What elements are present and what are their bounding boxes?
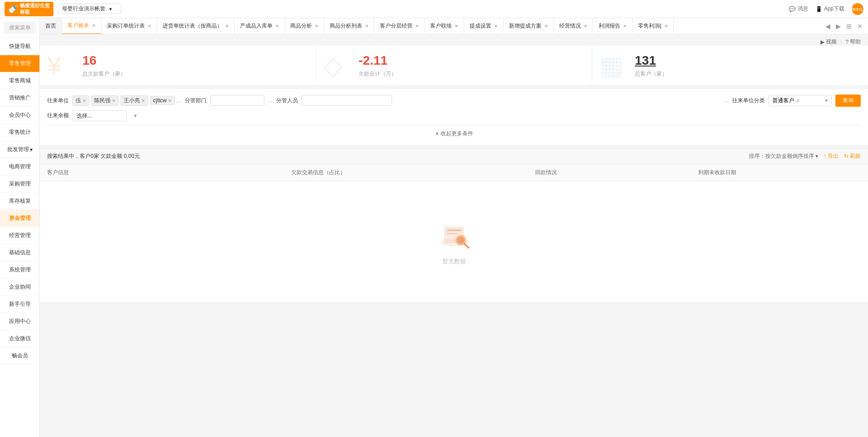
tab-goods-inbound[interactable]: 进货单统计表（按商品） ✕ [157,18,235,34]
wholesale-label: 批发管理 [7,146,29,153]
dept-more[interactable]: ... [268,97,273,104]
tab-purchase-order[interactable]: 采购订单统计表 ✕ [101,18,157,34]
page-actions: ▶ 视频 | ? 帮助 [40,34,868,46]
tab-goods-label: 进货单统计表（按商品） [163,22,222,30]
search-menu-btn[interactable]: 搜索菜单 [4,22,36,34]
tab-goods-analysis-list[interactable]: 商品分析列表 ✕ [324,18,374,34]
person-more[interactable]: ... [724,97,729,104]
tab-close-purchase[interactable]: ✕ [148,24,151,28]
tab-home[interactable]: 首页 [40,18,62,34]
sidebar-item-newbie[interactable]: 新手引导 [0,296,39,313]
tab-next-btn[interactable]: ▶ [834,22,843,31]
demo-label: 母婴行业演示帐套 [62,5,106,13]
tag-close-wang[interactable]: ✕ [141,98,145,103]
sidebar-item-basic-info[interactable]: 基础信息 [0,244,39,261]
tab-promotion-settings[interactable]: 提成设置 ✕ [464,18,504,34]
person-select[interactable] [302,95,392,106]
tab-close-ops[interactable]: ✕ [584,24,587,28]
sidebar-item-wholesale[interactable]: 批发管理 ▾ [0,141,39,158]
unit-class-select[interactable]: 普通客户 ✕ ▾ [768,95,832,106]
app-logo: 🍼 畅捷通好生意 标版 [5,2,53,16]
filter-tag-chen: 陈民强 ✕ [91,95,119,106]
data-table: 客户信息 欠款交易信息（占比） 回款情况 到期未收款日期 [40,164,868,302]
sidebar-item-retail-stats[interactable]: 零售统计 [0,124,39,141]
svg-rect-3 [447,233,458,234]
refresh-icon: ↻ [844,153,849,159]
tab-close-contact[interactable]: ✕ [455,24,458,28]
tab-customer-book-label: 客户账本 [67,22,89,29]
tab-close-all-btn[interactable]: ✕ [855,22,864,31]
tab-new-promotion[interactable]: 新增提成方案 ✕ [504,18,554,34]
tab-ops-label: 经营情况 [559,22,581,30]
tab-profit-report[interactable]: 利润报告 ✕ [593,18,633,34]
app-download-btn[interactable]: 📱 App下载 [815,5,844,13]
sort-icon: ▾ [815,153,818,159]
tab-close-profit[interactable]: ✕ [623,24,627,28]
video-btn[interactable]: ▶ 视频 [820,38,837,46]
tab-retail-profit[interactable]: 零售利润( ✕ [633,18,674,34]
tab-goods-analysis-label: 商品分析 [290,22,312,30]
sidebar-item-enterprise-coop[interactable]: 企业协同 [0,279,39,296]
tab-tier-label: 客户分层经营 [380,22,412,30]
tag-close-cjttcw[interactable]: ✕ [168,98,172,103]
main-layout: 搜索菜单 快捷导航 零售管理 零售商城 营销推广 会员中心 零售统计 批发管理 … [0,18,868,437]
tag-close-chen[interactable]: ✕ [112,98,115,103]
tab-close-analysis[interactable]: ✕ [315,24,318,28]
tab-customer-book[interactable]: 客户账本 ✕ [62,18,101,34]
sidebar-item-app-center[interactable]: 应用中心 [0,313,39,330]
results-actions: 排序：按欠款金额倒序排序 ▾ ↑ 导出 ↻ 刷新 [749,152,861,160]
filter-more-tags[interactable]: ... [177,97,181,104]
tab-bar-actions: ◀ ▶ ⊞ ✕ [820,22,868,31]
unit-class-label: 往来单位分类 [732,97,765,104]
page-content: ▶ 视频 | ? 帮助 ¥ 16 总欠款客户（家） ◇ -2.11 [40,34,868,437]
sidebar-item-system[interactable]: 系统管理 [0,261,39,279]
dept-select[interactable] [210,95,264,106]
tab-customer-contact[interactable]: 客户联络 ✕ [425,18,464,34]
sidebar-item-finance[interactable]: 资金管理 [0,210,39,227]
sidebar-item-quick-nav[interactable]: 快捷导航 [0,38,39,55]
col-customer-info: 客户信息 [47,169,291,176]
tab-close-tier[interactable]: ✕ [415,24,419,28]
tab-close-goods[interactable]: ✕ [225,24,229,28]
tab-customer-tier[interactable]: 客户分层经营 ✕ [374,18,425,34]
results-text: 搜索结果中，客户0家 欠款金额 0.00元 [47,152,140,160]
query-btn[interactable]: 查询 [835,95,861,107]
tab-close-retail[interactable]: ✕ [664,24,668,28]
tab-close-analysis-list[interactable]: ✕ [365,24,369,28]
sidebar-item-member-center[interactable]: 会员中心 [0,107,39,124]
sidebar-item-purchase[interactable]: 采购管理 [0,176,39,193]
tab-product-inbound[interactable]: 产成品入库单 ✕ [235,18,285,34]
sidebar-item-retail-store[interactable]: 零售商城 [0,72,39,90]
balance-label: 往来余额 [47,112,69,119]
col-overdue-info: 欠款交易信息（占比） [291,169,535,176]
sidebar-item-ecommerce[interactable]: 电商管理 [0,158,39,176]
tag-close-wu[interactable]: ✕ [82,98,86,103]
balance-select[interactable]: 选择... [72,110,127,121]
tab-operations[interactable]: 经营情况 ✕ [554,18,593,34]
tab-close-promo[interactable]: ✕ [494,24,498,28]
tab-expand-btn[interactable]: ⊞ [844,22,854,31]
tab-prev-btn[interactable]: ◀ [824,22,832,31]
help-btn[interactable]: ? 帮助 [845,38,861,46]
sidebar-item-retail-mgmt[interactable]: 零售管理 [0,55,39,72]
tab-close-customer-book[interactable]: ✕ [92,23,96,28]
refresh-btn[interactable]: ↻ 刷新 [844,152,861,160]
avatar[interactable]: demo2 [852,3,863,15]
overdue-customers-value: 16 [82,53,96,68]
sort-btn[interactable]: 排序：按欠款金额倒序排序 ▾ [749,152,818,160]
content-area: 首页 客户账本 ✕ 采购订单统计表 ✕ 进货单统计表（按商品） ✕ 产成品入库单… [40,18,868,437]
tab-goods-analysis[interactable]: 商品分析 ✕ [285,18,324,34]
collapse-btn[interactable]: ∧ 收起更多条件 [430,128,479,139]
tab-close-product[interactable]: ✕ [275,24,279,28]
sidebar-item-wechat[interactable]: 企业微信 [0,330,39,347]
sidebar-item-member[interactable]: 畅会员 [0,347,39,365]
message-label: 消息 [797,5,808,13]
sidebar-item-marketing[interactable]: 营销推广 [0,90,39,107]
sidebar-item-operations[interactable]: 经营管理 [0,227,39,244]
tab-close-new-promo[interactable]: ✕ [544,24,548,28]
demo-select[interactable]: 母婴行业演示帐套 ▾ [58,4,121,14]
export-btn[interactable]: ↑ 导出 [824,152,839,160]
sidebar-item-inventory[interactable]: 库存核算 [0,193,39,210]
message-btn[interactable]: 💬 消息 [789,5,808,13]
unit-class-close[interactable]: ✕ [796,98,800,103]
